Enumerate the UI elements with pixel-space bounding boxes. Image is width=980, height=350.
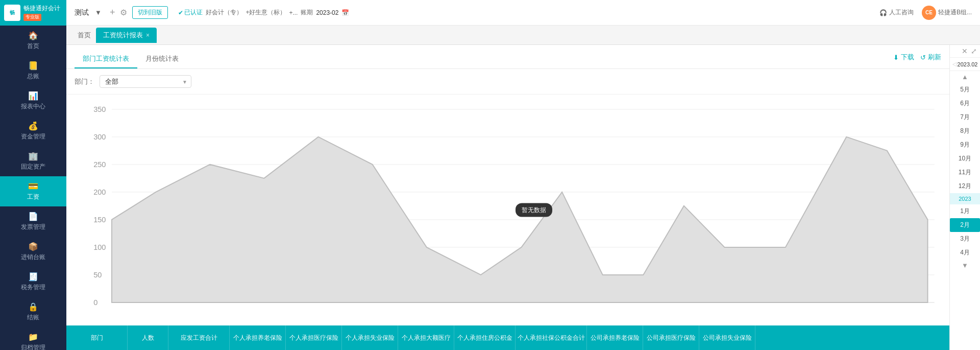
sidebar-item-invoice[interactable]: 📄发票管理 (0, 206, 66, 237)
chart-tooltip: 暂无数据 (516, 203, 552, 217)
avatar: CE (922, 6, 936, 20)
sidebar-item-label: 归档管理 (21, 343, 45, 350)
table-col-9: 公司承担养老保险 (587, 325, 643, 350)
month-item-2月[interactable]: 2月 (950, 218, 980, 232)
topbar-actions: + ⚙ 切到旧版 (110, 6, 168, 19)
filter-label: 部门： (75, 77, 94, 86)
sidebar-item-label: 资金管理 (21, 132, 45, 141)
user-info[interactable]: CE 轻捷通B组... (922, 6, 972, 20)
month-item-4月[interactable]: 4月 (950, 246, 980, 260)
table-col-1: 人数 (128, 325, 168, 350)
reports-icon: 📊 (28, 91, 38, 101)
switch-version-btn[interactable]: 切到旧版 (132, 6, 168, 19)
table-col-0: 部门 (66, 325, 128, 350)
month-item-10月[interactable]: 10月 (950, 152, 980, 166)
month-item-6月[interactable]: 6月 (950, 97, 980, 110)
date-nav-down[interactable]: ▼ (950, 260, 980, 271)
month-item-8月[interactable]: 8月 (950, 124, 980, 138)
purchase-icon: 📦 (28, 242, 38, 251)
sidebar-item-label: 进销台账 (21, 253, 45, 262)
table-col-5: 个人承担失业保险 (342, 325, 398, 350)
table-col-10: 公司承担医疗保险 (643, 325, 699, 350)
filter-bar: 部门： 全部财务部销售部技术部 (66, 69, 949, 95)
month-item-3月[interactable]: 3月 (950, 232, 980, 246)
sidebar-item-tax[interactable]: 🧾税务管理 (0, 267, 66, 297)
sidebar-logo: 畅 畅捷通好会计 专业版 (0, 0, 66, 26)
filter-select-wrap: 全部财务部销售部技术部 (100, 75, 191, 88)
headset-icon: 🎧 (879, 9, 887, 16)
consult-btn[interactable]: 🎧 人工咨询 (879, 8, 914, 17)
sub-tab-monthly[interactable]: 月份统计表 (137, 50, 187, 68)
chart-container: 350 300 250 200 150 100 50 0 (75, 100, 941, 320)
svg-text:150: 150 (93, 216, 106, 224)
dept-filter[interactable]: 全部财务部销售部技术部 (100, 75, 191, 88)
sidebar-item-label: 发票管理 (21, 223, 45, 231)
table-col-8: 个人承担社保公积金合计 (516, 325, 587, 350)
month-item-11月[interactable]: 11月 (950, 166, 980, 179)
month-item-5月[interactable]: 5月 (950, 83, 980, 97)
tab-salary-report[interactable]: 工资统计报表 × (96, 28, 157, 43)
date-nav-up[interactable]: ▲ (950, 71, 980, 83)
certified-badge: ✔ 已认证 (178, 8, 203, 17)
sidebar-item-funds[interactable]: 💰资金管理 (0, 116, 66, 146)
svg-text:100: 100 (93, 243, 106, 251)
logo-text: 畅捷通好会计 专业版 (23, 5, 60, 20)
sidebar-item-label: 固定资产 (21, 162, 45, 171)
sidebar-item-label: 工资 (27, 193, 39, 201)
sidebar-item-label: 税务管理 (21, 283, 45, 292)
sidebar-item-purchase[interactable]: 📦进销台账 (0, 237, 66, 267)
sidebar-item-reports[interactable]: 📊报表中心 (0, 86, 66, 116)
month-item-12月[interactable]: 12月 (950, 179, 980, 193)
sidebar-item-home[interactable]: 🏠首页 (0, 26, 66, 56)
sub-tab-actions: ⬇ 下载 ↺ 刷新 (893, 53, 941, 66)
svg-text:300: 300 (93, 133, 106, 141)
topbar-right: 🎧 人工咨询 CE 轻捷通B组... (879, 6, 972, 20)
table-col-6: 个人承担大额医疗 (398, 325, 454, 350)
sidebar-item-label: 报表中心 (21, 102, 45, 111)
funds-icon: 💰 (28, 121, 38, 131)
settings-icon[interactable]: ⚙ (120, 8, 127, 17)
sidebar-item-archive[interactable]: 📁归档管理 (0, 327, 66, 350)
svg-text:0: 0 (93, 298, 97, 307)
period-label: 账期 (301, 8, 313, 17)
tab-close-btn[interactable]: × (146, 32, 150, 39)
sidebar-item-close[interactable]: 🔒结账 (0, 297, 66, 327)
company-name: 测试 (75, 8, 89, 17)
home-icon: 🏠 (28, 31, 38, 40)
assets-icon: 🏢 (28, 151, 38, 161)
company-dropdown[interactable]: ▼ (95, 9, 102, 16)
sidebar-item-label: 总账 (27, 72, 39, 81)
date-display: ◁ 2023.02 (950, 58, 980, 71)
table-col-2: 应发工资合计 (168, 325, 230, 350)
logo-icon: 畅 (4, 5, 20, 21)
calendar-icon[interactable]: 📅 (341, 9, 349, 16)
chart-area: 350 300 250 200 150 100 50 0 (66, 95, 949, 325)
sidebar: 畅 畅捷通好会计 专业版 🏠首页📒总账📊报表中心💰资金管理🏢固定资产💳工资📄发票… (0, 0, 66, 350)
sidebar-item-assets[interactable]: 🏢固定资产 (0, 146, 66, 176)
sidebar-item-salary[interactable]: 💳工资 (0, 176, 66, 206)
topbar-status: ✔ 已认证 好会计（专） +好生意（标） +... 账期 2023-02 📅 (178, 8, 349, 17)
right-date-panel: ✕ ⤢ ◁ 2023.02 ▲ 5月6月7月8月9月10月11月12月20231… (949, 45, 980, 350)
biz-type: +好生意（标） (246, 8, 286, 17)
sidebar-item-label: 首页 (27, 42, 39, 51)
download-btn[interactable]: ⬇ 下载 (893, 53, 914, 62)
svg-text:250: 250 (93, 160, 106, 169)
add-icon[interactable]: + (110, 7, 115, 18)
content-main: 部门工资统计表月份统计表 ⬇ 下载 ↺ 刷新 部门： 全部财务部销售部技术部 (66, 45, 949, 350)
tax-icon: 🧾 (28, 272, 38, 282)
month-item-9月[interactable]: 9月 (950, 138, 980, 152)
close-icon: 🔒 (28, 302, 38, 312)
month-item-7月[interactable]: 7月 (950, 110, 980, 124)
month-item-1月[interactable]: 1月 (950, 204, 980, 218)
invoice-icon: 📄 (28, 212, 38, 221)
expand-panel-icon[interactable]: ⤢ (971, 47, 977, 55)
sub-tab-dept[interactable]: 部门工资统计表 (75, 50, 137, 68)
table-col-4: 个人承担医疗保险 (286, 325, 342, 350)
table-col-3: 个人承担养老保险 (230, 325, 286, 350)
svg-text:50: 50 (93, 271, 102, 279)
period-value: 2023-02 (316, 9, 338, 16)
close-panel-icon[interactable]: ✕ (962, 47, 968, 55)
tab-home[interactable]: 首页 (72, 28, 96, 43)
sidebar-item-ledger[interactable]: 📒总账 (0, 56, 66, 86)
refresh-btn[interactable]: ↺ 刷新 (920, 53, 941, 62)
